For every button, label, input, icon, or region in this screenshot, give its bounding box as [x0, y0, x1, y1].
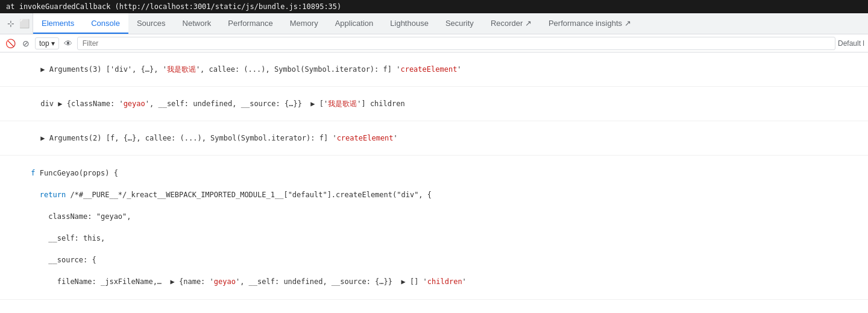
top-error-bar: at invokeGuardedCallback (http://localho… — [0, 0, 868, 13]
tab-security[interactable]: Security — [437, 13, 482, 34]
filter-icon[interactable]: ⊘ — [19, 37, 33, 50]
filter-input[interactable] — [77, 37, 835, 50]
tab-console[interactable]: Console — [83, 13, 128, 34]
tab-bar: ⊹ ⬜ Elements Console Sources Network Per… — [0, 13, 868, 34]
top-label: top — [39, 39, 49, 48]
tab-application[interactable]: Application — [327, 13, 382, 34]
device-icon[interactable]: ⬜ — [18, 17, 30, 30]
console-row[interactable]: ▶ Arguments(2) [f, {…}, callee: (...), S… — [0, 121, 868, 156]
clear-console-icon[interactable]: 🚫 — [4, 37, 17, 50]
inspect-icon[interactable]: ⊹ — [5, 17, 17, 30]
row-content: ▶ Arguments(3) ['div', {…}, '我是歌谣', call… — [14, 53, 863, 86]
console-toolbar: 🚫 ⊘ top ▾ 👁 Default l — [0, 34, 868, 52]
tab-recorder[interactable]: Recorder ↗ — [482, 13, 540, 34]
row-content: div ▶ {className: 'geyao', __self: undef… — [14, 87, 863, 120]
tab-sources[interactable]: Sources — [128, 13, 174, 34]
console-row[interactable]: ▶ Arguments(3) ['div', {…}, '我是歌谣', call… — [0, 52, 868, 87]
top-error-text: at invokeGuardedCallback (http://localho… — [6, 2, 341, 11]
tab-performance[interactable]: Performance — [219, 13, 281, 34]
tab-performance-insights[interactable]: Performance insights ↗ — [540, 13, 640, 34]
row-content: ▶ Arguments(2) [f, {…}, callee: (...), S… — [14, 300, 863, 313]
console-row[interactable]: f FuncGeyao(props) { return /*#__PURE__*… — [0, 156, 868, 300]
tab-network[interactable]: Network — [174, 13, 220, 34]
row-content: f FuncGeyao(props) { return /*#__PURE__*… — [5, 157, 863, 298]
context-dropdown[interactable]: top ▾ — [35, 37, 59, 49]
tab-elements[interactable]: Elements — [33, 13, 83, 34]
tab-lighthouse[interactable]: Lighthouse — [382, 13, 437, 34]
console-output: ▶ Arguments(3) ['div', {…}, '我是歌谣', call… — [0, 52, 868, 313]
console-row[interactable]: div ▶ {className: 'geyao', __self: undef… — [0, 87, 868, 121]
dropdown-arrow-icon: ▾ — [51, 39, 55, 48]
default-label: Default l — [838, 39, 864, 48]
eye-icon[interactable]: 👁 — [61, 37, 75, 50]
console-row[interactable]: ▶ Arguments(2) [f, {…}, callee: (...), S… — [0, 300, 868, 313]
tab-bar-icons: ⊹ ⬜ — [2, 13, 33, 34]
tab-memory[interactable]: Memory — [281, 13, 327, 34]
row-content: ▶ Arguments(2) [f, {…}, callee: (...), S… — [14, 122, 863, 154]
